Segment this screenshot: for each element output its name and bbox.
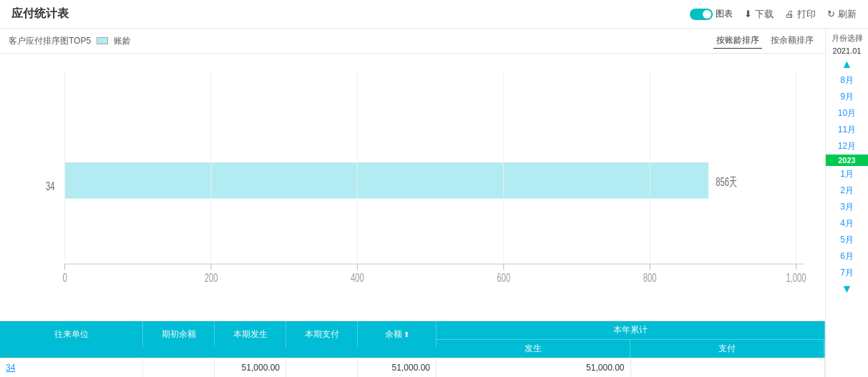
- month-4[interactable]: 4月: [826, 215, 868, 232]
- chart-toggle-wrap: 图表: [690, 8, 733, 20]
- chart-bar: [65, 162, 708, 199]
- sort-by-amount-btn[interactable]: 按余额排序: [768, 33, 816, 49]
- table-area: 往来单位 期初余额 本期发生 本期支付 余额 ⬆ 本年累计 发生 支付: [0, 320, 825, 377]
- download-button[interactable]: ⬇ 下载: [744, 8, 774, 21]
- legend-item-label: 账龄: [114, 35, 131, 47]
- th-nian-group-label: 本年累计: [437, 321, 824, 340]
- td-nian-fa: 51,000.00: [437, 358, 631, 377]
- chart-panel: 客户应付排序图TOP5 账龄 按账龄排序 按余额排序 34 856天: [0, 29, 825, 377]
- td-nian-zhi: [631, 358, 826, 377]
- refresh-icon: ↻: [827, 9, 835, 19]
- th-nian-zhi: 支付: [630, 340, 824, 358]
- month-2[interactable]: 2月: [826, 182, 868, 199]
- th-nian-children: 发生 支付: [437, 340, 824, 358]
- sidebar-down-arrow[interactable]: ▼: [840, 281, 854, 297]
- bar-value-label: 856天: [716, 175, 737, 189]
- sidebar-year-val: 2021.01: [830, 45, 864, 57]
- sidebar-up-arrow[interactable]: ▲: [840, 57, 854, 72]
- svg-text:1,000: 1,000: [786, 271, 806, 285]
- th-yue: 余额 ⬆: [358, 321, 437, 347]
- print-icon: 🖨: [785, 9, 794, 19]
- download-icon: ⬇: [744, 9, 752, 19]
- th-qichu: 期初余额: [143, 321, 215, 347]
- page-title: 应付统计表: [11, 6, 69, 21]
- chart-toggle-label: 图表: [716, 8, 733, 20]
- month-8[interactable]: 8月: [826, 72, 868, 89]
- header: 应付统计表 图表 ⬇ 下载 🖨 打印 ↻ 刷新: [0, 0, 868, 29]
- td-qichu: [143, 358, 215, 377]
- td-yue: 51,000.00: [358, 358, 437, 377]
- td-benfazhifu: [286, 358, 358, 377]
- th-nian-fa: 发生: [437, 340, 630, 358]
- table-header-row1: 往来单位 期初余额 本期发生 本期支付 余额 ⬆ 本年累计 发生 支付: [0, 321, 825, 358]
- y-axis-label: 34: [46, 180, 55, 193]
- year-2023-badge: 2023: [826, 155, 868, 166]
- month-9[interactable]: 9月: [826, 89, 868, 105]
- chart-area: 34 856天 0 200 400 600 800 1,000: [0, 54, 825, 320]
- header-actions: 图表 ⬇ 下载 🖨 打印 ↻ 刷新: [690, 8, 857, 21]
- toggle-knob: [703, 10, 711, 19]
- month-3[interactable]: 3月: [826, 199, 868, 215]
- chart-svg: 34 856天 0 200 400 600 800 1,000: [43, 61, 811, 320]
- td-benfasheng: 51,000.00: [215, 358, 286, 377]
- month-1[interactable]: 1月: [826, 166, 868, 182]
- td-zaili: 34: [0, 358, 143, 377]
- th-zaili: 往来单位: [0, 321, 143, 347]
- sort-buttons: 按账龄排序 按余额排序: [713, 33, 816, 49]
- chart-topbar: 客户应付排序图TOP5 账龄 按账龄排序 按余额排序: [0, 29, 825, 54]
- sidebar-title: 月份选择: [829, 29, 866, 45]
- th-benfazhifu: 本期支付: [286, 321, 358, 347]
- month-6[interactable]: 6月: [826, 248, 868, 265]
- refresh-button[interactable]: ↻ 刷新: [827, 8, 857, 21]
- content-area: 客户应付排序图TOP5 账龄 按账龄排序 按余额排序 34 856天: [0, 29, 868, 377]
- month-7[interactable]: 7月: [826, 265, 868, 281]
- table-row: 34 51,000.00 51,000.00 51,000.00: [0, 358, 825, 377]
- month-5[interactable]: 5月: [826, 232, 868, 248]
- svg-text:800: 800: [643, 271, 657, 285]
- svg-text:200: 200: [205, 271, 218, 285]
- svg-text:0: 0: [63, 271, 67, 285]
- th-nian-group: 本年累计 发生 支付: [437, 321, 825, 358]
- month-10[interactable]: 10月: [826, 105, 868, 122]
- chart-legend: 客户应付排序图TOP5 账龄: [9, 35, 131, 47]
- yue-icon: ⬆: [404, 331, 409, 338]
- print-button[interactable]: 🖨 打印: [785, 8, 816, 21]
- month-11[interactable]: 11月: [826, 122, 868, 138]
- th-benfasheng: 本期发生: [215, 321, 286, 347]
- svg-text:600: 600: [497, 271, 510, 285]
- chart-toggle[interactable]: [690, 9, 713, 20]
- zaili-link[interactable]: 34: [6, 363, 15, 373]
- sort-by-balance-btn[interactable]: 按账龄排序: [713, 33, 762, 49]
- legend-text: 客户应付排序图TOP5: [9, 35, 91, 47]
- sidebar: 月份选择 2021.01 ▲ 8月 9月 10月 11月 12月 2023 1月…: [825, 29, 868, 377]
- svg-text:400: 400: [351, 271, 364, 285]
- month-12[interactable]: 12月: [826, 138, 868, 155]
- legend-color: [97, 37, 108, 44]
